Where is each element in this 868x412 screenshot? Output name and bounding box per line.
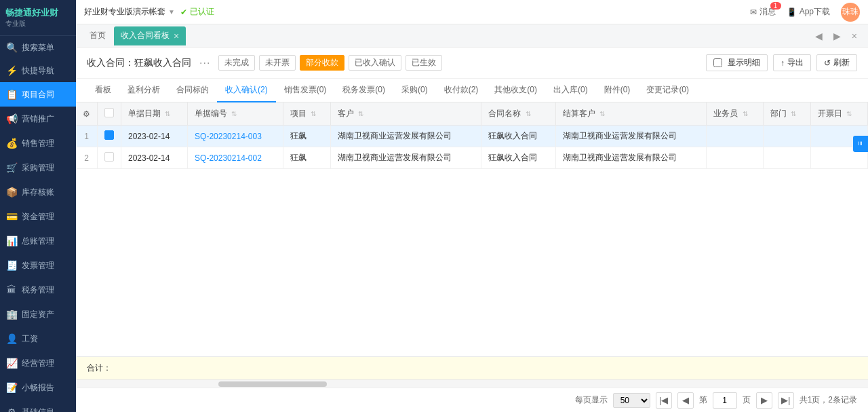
tab-label: 收入合同看板 <box>121 30 170 41</box>
cell-salesman <box>707 147 764 169</box>
th-settle-customer[interactable]: 结算客户 ⇅ <box>555 102 706 126</box>
company-selector[interactable]: 好业财专业版演示帐套 ▼ <box>84 6 175 18</box>
sidebar-item-label: 固定资产 <box>22 309 54 320</box>
per-page-label: 每页显示 <box>575 394 608 406</box>
th-customer[interactable]: 客户 ⇅ <box>330 102 481 126</box>
sidebar-item-purchase[interactable]: 🛒 采购管理 <box>0 155 76 180</box>
status-tag-no-invoice[interactable]: 未开票 <box>259 55 296 71</box>
message-icon: ✉ <box>750 7 757 17</box>
certified-text: 已认证 <box>190 6 214 18</box>
status-tag-confirmed[interactable]: 已收入确认 <box>349 55 401 71</box>
th-number[interactable]: 单据编号 ⇅ <box>188 102 283 126</box>
th-date[interactable]: 单据日期 ⇅ <box>121 102 188 126</box>
prev-page-button[interactable]: ◀ <box>677 392 694 409</box>
sub-tabs: 看板 盈利分析 合同标的 收入确认(2) 销售发票(0) 税务发票(0) 采购(… <box>76 79 868 102</box>
sidebar-item-report[interactable]: 📝 小畅报告 <box>0 375 76 400</box>
th-settings[interactable]: ⚙ <box>76 102 98 126</box>
tab-prev-icon[interactable]: ◀ <box>812 29 825 43</box>
status-tag-incomplete[interactable]: 未完成 <box>218 55 255 71</box>
doc-number-link[interactable]: SQ-20230214-002 <box>195 153 262 163</box>
data-table-wrap: ⚙ 单据日期 ⇅ 单据编号 ⇅ <box>76 102 868 356</box>
status-tag-effective[interactable]: 已生效 <box>406 55 442 71</box>
tab-close-all-icon[interactable]: × <box>849 29 860 43</box>
more-options-button[interactable]: ··· <box>199 57 210 69</box>
select-all-checkbox[interactable] <box>104 108 114 117</box>
export-button[interactable]: ↑ 导出 <box>773 54 811 71</box>
page-number-input[interactable] <box>713 392 737 409</box>
cell-project: 狂飙 <box>283 147 331 169</box>
tab-profit[interactable]: 盈利分析 <box>119 79 168 102</box>
cell-contract-name: 狂飙收入合同 <box>481 126 555 147</box>
refresh-button[interactable]: ↺ 刷新 <box>816 54 857 71</box>
tab-sales-invoice[interactable]: 销售发票(0) <box>276 79 335 102</box>
user-avatar[interactable]: 珠珠 <box>841 3 860 22</box>
tab-tax-invoice[interactable]: 税务发票(0) <box>334 79 393 102</box>
header-actions: 显示明细 ↑ 导出 ↺ 刷新 <box>706 54 857 71</box>
right-action-button[interactable]: ≡ <box>853 136 868 152</box>
status-tag-partial[interactable]: 部分收款 <box>300 55 344 71</box>
row-checkbox[interactable] <box>104 152 114 162</box>
th-contract-name[interactable]: 合同名称 ⇅ <box>481 102 555 126</box>
doc-number-link[interactable]: SQ-20230214-003 <box>195 132 262 141</box>
per-page-select[interactable]: 50 100 200 <box>613 393 650 408</box>
sidebar-item-label: 快捷导航 <box>22 65 54 77</box>
first-page-button[interactable]: |◀ <box>656 392 672 409</box>
certified-badge: ✔ 已认证 <box>180 6 214 18</box>
sidebar-item-funds[interactable]: 💳 资金管理 <box>0 204 76 229</box>
tab-change-log[interactable]: 变更记录(0) <box>638 79 697 102</box>
th-project[interactable]: 项目 ⇅ <box>283 102 331 126</box>
scroll-thumb[interactable] <box>218 381 327 387</box>
tab-purchase[interactable]: 采购(0) <box>393 79 436 102</box>
sidebar-item-general[interactable]: 📊 总账管理 <box>0 229 76 253</box>
total-label: 合计： <box>87 362 111 374</box>
sidebar-item-label: 总账管理 <box>22 236 54 247</box>
display-detail-checkbox[interactable]: 显示明细 <box>706 54 768 71</box>
sidebar-item-search[interactable]: 🔍 搜索菜单 <box>0 36 76 59</box>
last-page-button[interactable]: ▶| <box>778 392 794 409</box>
cell-index: 2 <box>76 147 98 169</box>
tab-contract-target[interactable]: 合同标的 <box>168 79 217 102</box>
detail-checkbox-input[interactable] <box>713 58 722 67</box>
sort-icon-contract: ⇅ <box>526 110 531 117</box>
table-settings-icon[interactable]: ⚙ <box>83 109 90 119</box>
tab-kanban[interactable]: 看板 <box>87 79 119 102</box>
home-tab[interactable]: 首页 <box>84 27 111 44</box>
sidebar-item-invoice[interactable]: 🧾 发票管理 <box>0 253 76 278</box>
th-dept[interactable]: 部门 ⇅ <box>764 102 811 126</box>
app-download-button[interactable]: 📱 App下载 <box>787 6 830 18</box>
sidebar-item-marketing[interactable]: 📢 营销推广 <box>0 107 76 131</box>
active-tab[interactable]: 收入合同看板 × <box>114 26 186 45</box>
tab-income-confirm[interactable]: 收入确认(2) <box>217 79 276 102</box>
sidebar-item-labor[interactable]: 👤 工资 <box>0 326 76 351</box>
table-row[interactable]: 1 2023-02-14 SQ-20230214-003 狂飙 湖南卫视商业运营… <box>76 126 868 147</box>
sidebar-item-project[interactable]: 📋 项目合同 <box>0 82 76 107</box>
table-row[interactable]: 2 2023-02-14 SQ-20230214-002 狂飙 湖南卫视商业运营… <box>76 147 868 169</box>
sidebar-item-label: 项目合同 <box>22 89 54 100</box>
sidebar-item-ops[interactable]: 📈 经营管理 <box>0 351 76 375</box>
horizontal-scrollbar[interactable] <box>76 379 868 388</box>
tab-payment[interactable]: 收付款(2) <box>436 79 487 102</box>
cell-customer: 湖南卫视商业运营发展有限公司 <box>330 126 481 147</box>
refresh-label: 刷新 <box>833 57 850 69</box>
tab-next-icon[interactable]: ▶ <box>831 29 844 43</box>
th-open-date[interactable]: 开票日 ⇅ <box>810 102 867 126</box>
message-button[interactable]: ✉ 消息 1 <box>750 6 776 18</box>
sidebar-item-label: 小畅报告 <box>22 382 54 394</box>
sort-icon-project: ⇅ <box>311 110 316 117</box>
tab-attachment[interactable]: 附件(0) <box>596 79 639 102</box>
sidebar-item-basic[interactable]: ⚙ 基础信息 <box>0 400 76 412</box>
content-area: 收入合同：狂飙收入合同 ··· 未完成 未开票 部分收款 已收入确认 已生效 显… <box>76 48 868 412</box>
sidebar-item-tax[interactable]: 🏛 税务管理 <box>0 278 76 302</box>
th-salesman[interactable]: 业务员 ⇅ <box>707 102 764 126</box>
tab-other-income[interactable]: 其他收支(0) <box>486 79 545 102</box>
next-page-button[interactable]: ▶ <box>756 392 772 409</box>
sidebar-item-inventory[interactable]: 📦 库存核账 <box>0 180 76 204</box>
basic-icon: ⚙ <box>5 406 18 412</box>
sidebar-item-fixed-assets[interactable]: 🏢 固定资产 <box>0 302 76 326</box>
project-icon: 📋 <box>5 88 18 100</box>
tab-warehouse[interactable]: 出入库(0) <box>545 79 596 102</box>
row-checkbox[interactable] <box>104 130 114 140</box>
sidebar-item-quick-nav[interactable]: ⚡ 快捷导航 <box>0 59 76 82</box>
sidebar-item-sales[interactable]: 💰 销售管理 <box>0 131 76 155</box>
tab-close-icon[interactable]: × <box>174 31 179 41</box>
